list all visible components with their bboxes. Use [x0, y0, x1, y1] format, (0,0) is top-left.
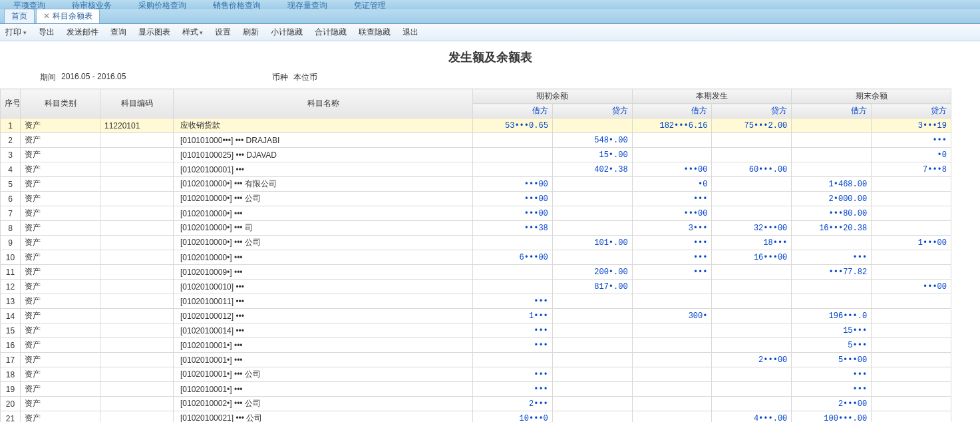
cell-category: 资产 — [21, 177, 100, 192]
cell-amount: 200•.00 — [552, 265, 632, 280]
cell-amount — [792, 294, 872, 309]
cell-seq: 1 — [1, 118, 21, 133]
table-row[interactable]: 20资产[0102010002•] ••• 公司2•••2•••00 — [1, 397, 951, 411]
cell-code: 11220101 — [100, 118, 174, 133]
total-hide-button[interactable]: 合计隐藏 — [315, 27, 347, 38]
cell-seq: 15 — [1, 323, 21, 338]
linkquery-hide-button[interactable]: 联查隐藏 — [359, 27, 391, 38]
cell-seq: 6 — [1, 192, 21, 206]
cell-amount: 1•••00 — [872, 236, 951, 250]
cell-amount: •••77.82 — [792, 265, 872, 280]
col-begin-balance[interactable]: 期初余额 — [473, 89, 633, 104]
col-occur-cr[interactable]: 贷方 — [712, 104, 792, 118]
topmenu-item[interactable]: 销售价格查询 — [213, 0, 261, 9]
col-period-occur[interactable]: 本期发生 — [632, 89, 792, 104]
table-row[interactable]: 15资产[01020100014] ••••••15••• — [1, 323, 951, 338]
table-row[interactable]: 5资产[0102010000•] ••• 有限公司•••00•01•468.00 — [1, 177, 951, 192]
subtotal-hide-button[interactable]: 小计隐藏 — [271, 27, 303, 38]
cell-amount: 182•••6.16 — [632, 118, 712, 133]
export-button[interactable]: 导出 — [39, 27, 55, 38]
style-button[interactable]: 样式 — [182, 27, 204, 38]
col-name[interactable]: 科目名称 — [174, 89, 473, 118]
table-row[interactable]: 1资产11220101应收销货款53•••0.65182•••6.1675•••… — [1, 118, 951, 133]
cell-amount: 15•.00 — [552, 148, 632, 162]
col-code[interactable]: 科目编码 — [100, 89, 174, 118]
exit-button[interactable]: 退出 — [403, 27, 418, 38]
cell-seq: 9 — [1, 236, 21, 250]
table-row[interactable]: 21资产[01020100021] ••• 公司10•••04•••.00100… — [1, 411, 951, 423]
settings-button[interactable]: 设置 — [215, 27, 231, 38]
cell-amount: 4•••.00 — [712, 411, 792, 423]
cell-amount — [552, 309, 632, 323]
topmenu-item[interactable]: 平项查询 — [13, 0, 45, 9]
cell-category: 资产 — [21, 397, 100, 411]
cell-amount: 2•000.00 — [792, 192, 872, 206]
cell-seq: 12 — [1, 280, 21, 294]
cell-code — [100, 309, 174, 323]
table-row[interactable]: 12资产[01020100010] •••817•.00•••00 — [1, 280, 951, 294]
cell-amount — [552, 221, 632, 236]
tab-balance-sheet[interactable]: ✕科目余额表 — [36, 9, 100, 23]
table-row[interactable]: 18资产[0102010001•] ••• 公司•••••• — [1, 367, 951, 382]
table-row[interactable]: 16资产[0102010001•] ••••••5••• — [1, 338, 951, 353]
topmenu-item[interactable]: 待审核业务 — [72, 0, 112, 9]
cell-code — [100, 192, 174, 206]
table-row[interactable]: 9资产[0102010000•] ••• 公司101•.00•••18•••1•… — [1, 236, 951, 250]
table-row[interactable]: 3资产[01010100025] ••• DJAVAD15•.00•0 — [1, 148, 951, 162]
table-row[interactable]: 10资产[0102010000•] •••6•••00•••16•••00••• — [1, 250, 951, 265]
table-row[interactable]: 7资产[0102010000•] ••••••00•••00•••80.00 — [1, 206, 951, 221]
table-row[interactable]: 4资产[01020100001] •••402•.38•••0060•••.00… — [1, 162, 951, 177]
col-begin-dr[interactable]: 借方 — [473, 104, 553, 118]
cell-amount — [552, 397, 632, 411]
cell-seq: 16 — [1, 338, 21, 353]
topmenu-item[interactable]: 采购价格查询 — [138, 0, 186, 9]
cell-amount: •••00 — [632, 162, 712, 177]
close-icon[interactable]: ✕ — [43, 11, 50, 21]
table-row[interactable]: 14资产[01020100012] •••1•••300•196•••.0 — [1, 309, 951, 323]
cell-amount: •••00 — [632, 206, 712, 221]
table-row[interactable]: 6资产[0102010000•] ••• 公司•••00•••2•000.00 — [1, 192, 951, 206]
table-row[interactable]: 17资产[0102010001•] •••2•••005•••00 — [1, 353, 951, 367]
cell-amount — [473, 162, 553, 177]
table-row[interactable]: 2资产[010101000•••] ••• DRAJABI548•.00••• — [1, 133, 951, 148]
showchart-button[interactable]: 显示图表 — [138, 27, 170, 38]
refresh-button[interactable]: 刷新 — [243, 27, 259, 38]
col-end-dr[interactable]: 借方 — [792, 104, 872, 118]
query-button[interactable]: 查询 — [110, 27, 126, 38]
cell-amount: ••• — [632, 192, 712, 206]
table-row[interactable]: 13资产[01020100011] •••••• — [1, 294, 951, 309]
cell-amount — [872, 367, 951, 382]
cell-amount — [552, 338, 632, 353]
col-begin-cr[interactable]: 贷方 — [552, 104, 632, 118]
cell-code — [100, 323, 174, 338]
cell-name: [0102010000•] ••• — [174, 250, 473, 265]
topmenu-item[interactable]: 现存量查询 — [287, 0, 327, 9]
col-occur-dr[interactable]: 借方 — [632, 104, 712, 118]
table-row[interactable]: 8资产[0102010000•] ••• 司•••383•••32•••0016… — [1, 221, 951, 236]
cell-amount — [872, 323, 951, 338]
cell-amount — [712, 323, 792, 338]
cell-amount: ••• — [792, 250, 872, 265]
table-row[interactable]: 11资产[0102010009•] •••200•.00••••••77.82 — [1, 265, 951, 280]
col-end-cr[interactable]: 贷方 — [872, 104, 951, 118]
cell-category: 资产 — [21, 353, 100, 367]
cell-name: [01020100014] ••• — [174, 323, 473, 338]
cell-name: [0102010000•] ••• — [174, 206, 473, 221]
col-seq[interactable]: 序号 — [1, 89, 21, 118]
cell-seq: 10 — [1, 250, 21, 265]
table-row[interactable]: 19资产[0102010001•] ••••••••• — [1, 382, 951, 397]
sendmail-button[interactable]: 发送邮件 — [67, 27, 98, 38]
topmenu-item[interactable]: 凭证管理 — [354, 0, 386, 9]
cell-amount — [792, 148, 872, 162]
cell-amount — [792, 133, 872, 148]
print-button[interactable]: 打印 — [5, 27, 27, 38]
cell-code — [100, 250, 174, 265]
cell-amount: •••00 — [473, 177, 553, 192]
cell-category: 资产 — [21, 192, 100, 206]
cell-amount: ••• — [632, 250, 712, 265]
tab-home[interactable]: 首页 — [4, 9, 35, 23]
cell-amount — [632, 338, 712, 353]
col-category[interactable]: 科目类别 — [21, 89, 100, 118]
cell-code — [100, 280, 174, 294]
col-end-balance[interactable]: 期末余额 — [792, 89, 951, 104]
